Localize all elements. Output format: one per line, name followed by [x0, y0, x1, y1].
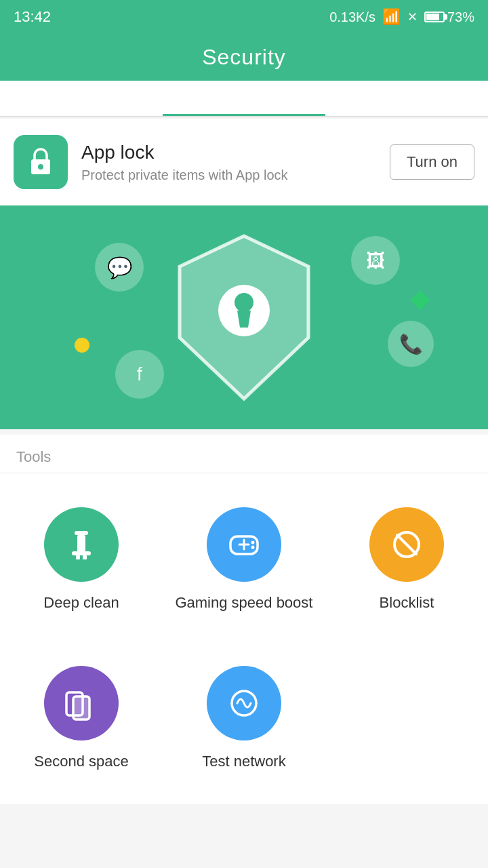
page-title: Security — [202, 45, 286, 69]
lock-icon — [24, 146, 57, 178]
app-lock-text: App lock Protect private items with App … — [81, 142, 376, 183]
battery-container: 73% — [424, 9, 474, 25]
tab-3[interactable] — [325, 81, 488, 116]
wifi-icon: 📶 — [382, 8, 401, 26]
tool-gaming-speed-boost[interactable]: Gaming speed boost — [163, 487, 325, 632]
image-icon: 🖼 — [351, 236, 400, 285]
second-space-icon-circle — [44, 666, 119, 741]
status-icons: 0.13K/s 📶 ✕ 73% — [329, 8, 474, 26]
svg-line-17 — [397, 535, 416, 554]
svg-point-1 — [38, 164, 43, 170]
gaming-icon — [224, 524, 264, 565]
second-space-label: Second space — [34, 753, 128, 770]
svg-point-15 — [251, 546, 254, 549]
svg-rect-19 — [73, 696, 89, 719]
second-space-icon — [61, 683, 102, 724]
svg-rect-6 — [75, 531, 88, 535]
empty-tool-slot — [325, 646, 488, 791]
tool-blocklist[interactable]: Blocklist — [325, 487, 488, 632]
chat-bubble-icon: 💬 — [95, 243, 144, 292]
diamond-icon — [411, 291, 430, 310]
svg-point-14 — [251, 541, 254, 545]
svg-point-4 — [235, 293, 253, 312]
network-speed: 0.13K/s — [329, 9, 375, 25]
app-lock-icon — [14, 135, 68, 189]
battery-percent: 73% — [447, 9, 474, 25]
tabs-row — [0, 81, 488, 117]
tab-1[interactable] — [0, 81, 163, 116]
deep-clean-icon — [62, 526, 100, 564]
gaming-icon-circle — [207, 507, 281, 582]
security-banner: 💬 🖼 📞 f — [0, 205, 488, 429]
battery-icon — [424, 12, 445, 22]
tool-deep-clean[interactable]: Deep clean — [0, 487, 163, 632]
svg-rect-10 — [83, 555, 87, 559]
time: 13:42 — [14, 8, 51, 26]
yellow-dot — [75, 338, 89, 353]
tools-row-1: Deep clean Gaming speed boost — [0, 473, 488, 646]
svg-rect-9 — [76, 555, 80, 559]
turn-on-button[interactable]: Turn on — [390, 144, 474, 180]
shield-svg — [166, 229, 322, 406]
app-lock-title: App lock — [81, 142, 376, 163]
tools-row-2: Second space Test network — [0, 646, 488, 804]
tools-label: Tools — [0, 435, 488, 473]
svg-rect-8 — [72, 551, 91, 555]
page-header: Security — [0, 34, 488, 81]
test-network-icon-circle — [207, 666, 281, 741]
tool-test-network[interactable]: Test network — [163, 646, 325, 791]
blocklist-icon — [386, 524, 427, 565]
tool-second-space[interactable]: Second space — [0, 646, 163, 791]
test-network-label: Test network — [202, 753, 286, 770]
test-network-icon — [224, 683, 264, 724]
app-lock-description: Protect private items with App lock — [81, 167, 376, 183]
blocklist-label: Blocklist — [380, 594, 434, 612]
app-lock-section: App lock Protect private items with App … — [0, 119, 488, 205]
signal-icon: ✕ — [407, 9, 418, 24]
deep-clean-icon-circle — [44, 507, 119, 582]
status-bar: 13:42 0.13K/s 📶 ✕ 73% — [0, 0, 488, 34]
deep-clean-label: Deep clean — [43, 594, 119, 612]
tools-section: Tools Deep clean — [0, 435, 488, 804]
tab-2[interactable] — [163, 81, 325, 116]
gaming-speed-boost-label: Gaming speed boost — [175, 594, 312, 612]
blocklist-icon-circle — [369, 507, 444, 582]
phone-icon: 📞 — [388, 321, 434, 367]
svg-rect-7 — [77, 535, 85, 553]
facebook-icon: f — [115, 350, 164, 399]
